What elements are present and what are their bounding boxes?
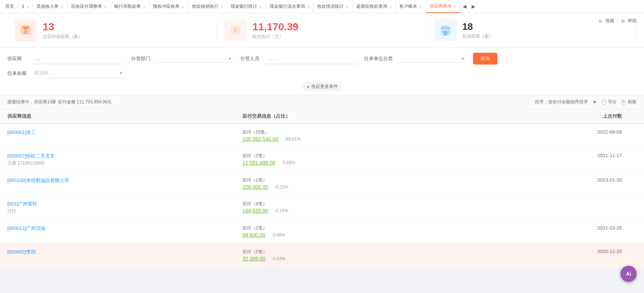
trans-label-1: 应付（15笔） [242, 129, 470, 135]
transaction-info-3: 应付（1笔） 258,000.00 0.23% [235, 177, 470, 190]
supplier-info-3: [000100]本特勤油品有限公司 [7, 177, 235, 184]
last-pay-3: 2023-01-30 [470, 177, 637, 183]
nav-tab-prepay-ar-close[interactable]: × [182, 4, 184, 9]
supplier-info-2: [000007]恒旺二手叉车 王通 17106110000 [7, 153, 235, 166]
money-icon: ¥ [224, 19, 246, 41]
supplier-info-5: [000012]广州贝瑞 [7, 225, 235, 232]
person-input[interactable] [267, 54, 356, 63]
nav-tab-supplier-ledger[interactable]: 供应商账本 × [426, 0, 460, 13]
export-button[interactable]: ↑ 导出 [601, 99, 617, 105]
trans-label-2: 应付（2笔） [242, 153, 470, 159]
trans-amount-4[interactable]: 164,635.90 [242, 208, 268, 214]
supplier-input[interactable] [34, 54, 123, 63]
nav-tab-cash-bank-query[interactable]: 现金银行流水查询 × [266, 0, 314, 13]
nav-tab-bank[interactable]: 银行存取款单 × [111, 0, 149, 13]
supplier-link-6[interactable]: [000002]李四 [7, 249, 36, 255]
trans-label-3: 应付（1笔） [242, 177, 470, 183]
nav-arrow-left[interactable]: ◀ [460, 0, 469, 13]
nav-tab-bank-close[interactable]: × [143, 4, 145, 9]
table-row: [000001]张三 应付（15笔） 100,092,540.00 89.61%… [0, 124, 644, 148]
nav-tab-overdue-ar[interactable]: 超期应收款查询 × [353, 0, 396, 13]
collapse-icon: ∧ [307, 84, 310, 89]
trans-amount-5[interactable]: 94,600.00 [242, 232, 265, 238]
nav-tab-ar-ap-adjust[interactable]: 应收应付调整单 × [67, 0, 111, 13]
results-bar: 搜索结果中，供应商13家 应付金额 111,703,854.00元 排序：按应付… [0, 95, 644, 109]
dept-filter-label: 分管部门 [131, 55, 153, 62]
supplier-icon [15, 19, 37, 41]
nav-tab-overdue-ar-close[interactable]: × [389, 4, 392, 9]
dept-dropdown-arrow: ▼ [228, 56, 232, 61]
nav-tab-supplier-ledger-label: 供应商账本 [430, 3, 452, 9]
table-row: [000002]李四 应付（5笔） 32,366.00 0.03% 2020-1… [0, 244, 644, 267]
table-row: [001]广州荣轩 仔仔 应付（4笔） 164,635.90 0.15% [0, 196, 644, 220]
last-pay-5: 2021-03-25 [470, 225, 637, 231]
nav-tab-other-income-close[interactable]: × [61, 4, 63, 9]
total-suppliers-label: 总供应商（家） [462, 33, 493, 39]
top-navigation: 首页 3 × 其他收入单 × 应收应付调整单 × 银行存取款单 × 预收冲应收单… [0, 0, 644, 13]
nav-arrow-right[interactable]: ▶ [469, 0, 478, 13]
transaction-info-1: 应付（15笔） 100,092,540.00 89.61% [235, 129, 470, 142]
collapse-label: 收起更多条件 [311, 83, 338, 90]
nav-tab-receipt-exec[interactable]: 收款核销执行 × [188, 0, 227, 13]
supplier-contact-2: 王通 17106110000 [7, 160, 235, 166]
sort-button[interactable]: ▼ [592, 100, 597, 105]
filter-category: 往来单位分类 ▼ [364, 55, 467, 63]
person-filter-label: 分管人员 [240, 55, 262, 62]
nav-tab-ar-ap-adjust-close[interactable]: × [104, 4, 106, 9]
trans-label-4: 应付（4笔） [242, 201, 470, 207]
trans-amount-1[interactable]: 100,092,540.00 [242, 136, 278, 142]
nav-tab-customer-ledger-label: 客户账本 [399, 3, 417, 10]
top-right-links: ◎ 视频 | ◎ 帮助 [599, 18, 637, 24]
trans-amount-2[interactable]: 11,051,486.00 [242, 160, 276, 166]
transaction-info-5: 应付（2笔） 94,600.00 0.08% [235, 225, 470, 238]
nav-tab-overdue-ar-label: 超期应收款查询 [356, 3, 387, 10]
total-suppliers-text: 18 总供应商（家） [462, 21, 493, 39]
help-link[interactable]: 帮助 [628, 18, 637, 24]
nav-tab-customer-ledger[interactable]: 客户账本 × [396, 0, 426, 13]
supplier-link-3[interactable]: [000100]本特勤油品有限公司 [7, 177, 69, 183]
nav-tab-cash-bank-query-close[interactable]: × [307, 4, 309, 9]
nav-tab-3[interactable]: 3 × [18, 0, 33, 13]
supplier-link-4[interactable]: [001]广州荣轩 [7, 201, 37, 207]
svg-rect-2 [24, 30, 28, 34]
nav-tab-cash-bank-stat-close[interactable]: × [259, 4, 262, 9]
summary-payable-amount: ¥ 11,170.39 应付合计（万） [217, 19, 427, 41]
nav-tab-home[interactable]: 首页 [1, 0, 18, 13]
nav-tab-other-income[interactable]: 其他收入单 × [33, 0, 67, 13]
supplier-link-5[interactable]: [000012]广州贝瑞 [7, 225, 45, 231]
nav-tab-receipt-stat-close[interactable]: × [346, 4, 348, 9]
refresh-button[interactable]: ↻ 刷新 [621, 99, 637, 105]
dept-select[interactable]: ▼ [155, 55, 234, 63]
nav-tab-supplier-ledger-close[interactable]: × [454, 4, 456, 8]
supplier-link-2[interactable]: [000007]恒旺二手叉车 [7, 153, 55, 159]
video-link[interactable]: 视频 [605, 18, 614, 24]
balance-dropdown-arrow: ▼ [119, 71, 123, 75]
nav-tab-receipt-stat[interactable]: 收款情况统计 × [314, 0, 352, 13]
nav-tab-cash-bank-stat[interactable]: 现金银行统计 × [227, 0, 266, 13]
svg-rect-8 [447, 31, 449, 33]
balance-select[interactable]: 请选择... ▼ [32, 68, 125, 78]
collapse-button[interactable]: ∧ 收起更多条件 [302, 82, 342, 91]
nav-tab-customer-ledger-close[interactable]: × [419, 4, 421, 9]
query-button[interactable]: 查询 [473, 53, 497, 65]
payable-amount-text: 11,170.39 应付合计（万） [252, 21, 298, 40]
nav-tab-receipt-exec-close[interactable]: × [221, 4, 223, 9]
refresh-label: 刷新 [628, 99, 637, 105]
trans-percent-2: 9.89% [283, 160, 295, 165]
links-divider: | [617, 18, 618, 24]
svg-rect-6 [444, 31, 447, 35]
last-pay-2: 2021-11-17 [470, 153, 637, 158]
category-select[interactable]: ▼ [395, 55, 467, 63]
nav-tab-receipt-exec-label: 收款核销执行 [192, 3, 218, 10]
table-header: 供应商信息 应付交易信息（占比） 上次付数 [0, 109, 644, 124]
transaction-info-2: 应付（2笔） 11,051,486.00 9.89% [235, 153, 470, 166]
nav-tab-prepay-ar[interactable]: 预收冲应收单 × [149, 0, 188, 13]
trans-amount-3[interactable]: 258,000.00 [242, 184, 268, 190]
supplier-link-1[interactable]: [000001]张三 [7, 130, 36, 135]
col-header-supplier: 供应商信息 [7, 113, 235, 120]
col-header-transaction: 应付交易信息（占比） [235, 113, 470, 120]
trans-amount-6[interactable]: 32,366.00 [242, 256, 265, 262]
nav-tab-3-close[interactable]: × [27, 4, 29, 9]
supplier-info-6: [000002]李四 [7, 249, 235, 255]
total-suppliers-value: 18 [462, 21, 493, 32]
